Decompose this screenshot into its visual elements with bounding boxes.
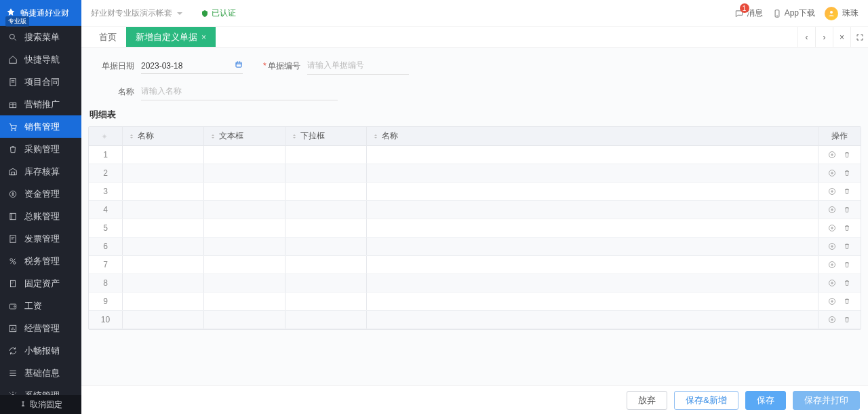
table-row[interactable]: 7 <box>89 256 861 274</box>
add-row-icon[interactable] <box>828 151 836 159</box>
cell-textbox[interactable] <box>204 311 285 328</box>
close-tab-icon[interactable]: × <box>201 33 206 42</box>
sidebar-item-marketing[interactable]: 营销推广 <box>0 93 81 115</box>
add-row-icon[interactable] <box>828 297 836 305</box>
add-row-icon[interactable] <box>828 316 836 324</box>
delete-row-icon[interactable] <box>843 316 851 324</box>
cell-dropdown[interactable] <box>285 238 367 255</box>
cell-dropdown[interactable] <box>285 183 367 200</box>
cell-name2[interactable] <box>367 274 818 292</box>
number-input[interactable]: 请输入单据编号 <box>307 57 409 75</box>
tab-home[interactable]: 首页 <box>90 27 126 47</box>
delete-row-icon[interactable] <box>843 206 851 214</box>
cell-name2[interactable] <box>367 183 818 200</box>
col-textbox[interactable]: 文本框 <box>204 127 285 145</box>
cell-textbox[interactable] <box>204 293 285 310</box>
sidebar-item-biz[interactable]: 经营管理 <box>0 317 81 339</box>
cell-dropdown[interactable] <box>285 219 367 237</box>
delete-row-icon[interactable] <box>843 279 851 287</box>
table-row[interactable]: 6 <box>89 238 861 256</box>
sidebar-item-inventory[interactable]: 库存核算 <box>0 160 81 183</box>
cell-name[interactable] <box>123 238 204 255</box>
delete-row-icon[interactable] <box>843 242 851 250</box>
delete-row-icon[interactable] <box>843 187 851 195</box>
cell-name2[interactable] <box>367 293 818 310</box>
cell-name2[interactable] <box>367 311 818 328</box>
user-menu[interactable]: 珠珠 <box>825 7 859 20</box>
messages-button[interactable]: 消息 1 <box>734 7 763 19</box>
account-selector[interactable]: 好业财专业版演示帐套 <box>91 7 183 19</box>
cell-name[interactable] <box>123 311 204 328</box>
sidebar-item-invoice[interactable]: 发票管理 <box>0 227 81 250</box>
unpin-button[interactable]: 取消固定 <box>0 395 81 414</box>
tab-next-button[interactable]: › <box>815 27 833 48</box>
tab-new-custom-form[interactable]: 新增自定义单据 × <box>126 27 216 47</box>
table-row[interactable]: 8 <box>89 274 861 293</box>
cell-name[interactable] <box>123 256 204 274</box>
calendar-icon[interactable] <box>235 60 243 71</box>
save-and-new-button[interactable]: 保存&新增 <box>674 391 738 410</box>
cell-dropdown[interactable] <box>285 146 367 164</box>
sidebar-item-salary[interactable]: 工资 <box>0 295 81 317</box>
cell-name[interactable] <box>123 201 204 219</box>
sidebar-item-contract[interactable]: 项目合同 <box>0 71 81 93</box>
add-row-icon[interactable] <box>828 169 836 177</box>
add-row-icon[interactable] <box>828 261 836 269</box>
cell-name[interactable] <box>123 219 204 237</box>
sidebar-item-reimb[interactable]: 小畅报销 <box>0 339 81 362</box>
cell-name2[interactable] <box>367 219 818 237</box>
cell-dropdown[interactable] <box>285 293 367 310</box>
delete-row-icon[interactable] <box>843 169 851 177</box>
sidebar-item-sales[interactable]: 销售管理 <box>0 115 81 138</box>
sidebar-item-asset[interactable]: 固定资产 <box>0 272 81 295</box>
date-input[interactable]: 2023-03-18 <box>141 58 243 74</box>
sidebar-item-purchase[interactable]: 采购管理 <box>0 138 81 160</box>
sidebar-item-search[interactable]: 搜索菜单 <box>0 26 81 48</box>
col-dropdown[interactable]: 下拉框 <box>285 127 367 145</box>
col-name2[interactable]: 名称 <box>367 127 818 145</box>
cell-textbox[interactable] <box>204 219 285 237</box>
cell-dropdown[interactable] <box>285 201 367 219</box>
table-row[interactable]: 9 <box>89 293 861 311</box>
cell-name[interactable] <box>123 146 204 164</box>
cell-textbox[interactable] <box>204 256 285 274</box>
cell-name[interactable] <box>123 274 204 292</box>
add-row-icon[interactable] <box>828 206 836 214</box>
delete-row-icon[interactable] <box>843 224 851 232</box>
cell-textbox[interactable] <box>204 164 285 182</box>
add-row-icon[interactable] <box>828 279 836 287</box>
sidebar-item-quicknav[interactable]: 快捷导航 <box>0 48 81 71</box>
table-row[interactable]: 3 <box>89 183 861 201</box>
table-settings-button[interactable] <box>89 127 123 145</box>
cell-name2[interactable] <box>367 146 818 164</box>
sidebar-item-basic[interactable]: 基础信息 <box>0 362 81 384</box>
fullscreen-button[interactable] <box>850 27 868 48</box>
cell-textbox[interactable] <box>204 146 285 164</box>
table-row[interactable]: 1 <box>89 146 861 164</box>
delete-row-icon[interactable] <box>843 261 851 269</box>
table-row[interactable]: 2 <box>89 164 861 183</box>
add-row-icon[interactable] <box>828 242 836 250</box>
tab-prev-button[interactable]: ‹ <box>797 27 815 48</box>
cell-textbox[interactable] <box>204 238 285 255</box>
table-row[interactable]: 4 <box>89 201 861 219</box>
sidebar-item-ledger[interactable]: 总账管理 <box>0 205 81 227</box>
table-row[interactable]: 10 <box>89 311 861 329</box>
cell-dropdown[interactable] <box>285 164 367 182</box>
sidebar-item-tax[interactable]: 税务管理 <box>0 250 81 272</box>
cell-name[interactable] <box>123 164 204 182</box>
delete-row-icon[interactable] <box>843 297 851 305</box>
app-download-button[interactable]: App下载 <box>772 7 815 19</box>
sidebar-item-funds[interactable]: 资金管理 <box>0 183 81 205</box>
cell-dropdown[interactable] <box>285 274 367 292</box>
cell-dropdown[interactable] <box>285 256 367 274</box>
cell-textbox[interactable] <box>204 201 285 219</box>
cell-name2[interactable] <box>367 201 818 219</box>
name-input[interactable]: 请输入名称 <box>141 83 338 100</box>
cell-name[interactable] <box>123 183 204 200</box>
cell-name2[interactable] <box>367 256 818 274</box>
col-name[interactable]: 名称 <box>123 127 204 145</box>
add-row-icon[interactable] <box>828 224 836 232</box>
add-row-icon[interactable] <box>828 187 836 195</box>
discard-button[interactable]: 放弃 <box>627 391 667 410</box>
